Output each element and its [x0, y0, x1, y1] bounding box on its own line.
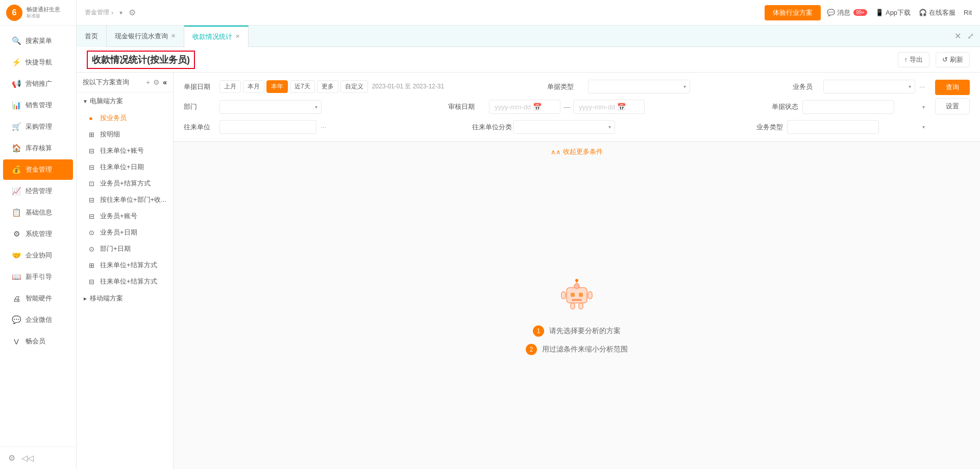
- sidebar-item-sales[interactable]: 📊销售管理: [3, 95, 73, 115]
- scheme-section-title-mobile[interactable]: ►移动端方案: [77, 290, 173, 307]
- scheme-section-desktop: ▼电脑端方案●按业务员⊞按明细⊟往来单位+账号⊟往来单位+日期⊡业务员+结算方式…: [77, 92, 173, 290]
- tab-collection-stats[interactable]: 收款情况统计✕: [184, 26, 249, 47]
- scheme-settings-btn[interactable]: ⚙: [153, 78, 160, 86]
- collapse-bar[interactable]: ∧∧ 收起更多条件: [174, 142, 980, 161]
- svg-rect-2: [579, 293, 583, 297]
- sidebar-item-basic-info[interactable]: 📋基础信息: [3, 202, 73, 223]
- counterpart-type-select[interactable]: [513, 120, 615, 134]
- salesperson-select[interactable]: [823, 80, 915, 93]
- scheme-item-counterpart-settlement1[interactable]: ⊞往来单位+结算方式: [77, 257, 173, 273]
- system-icon: ⚙: [11, 229, 21, 239]
- sidebar-item-member[interactable]: V畅会员: [3, 331, 73, 351]
- sidebar-footer: ⚙ ◁◁: [0, 447, 76, 469]
- date-btn-自定义[interactable]: 自定义: [340, 80, 368, 93]
- trial-industry-btn[interactable]: 体验行业方案: [765, 5, 821, 20]
- scheme-item-salesperson-account[interactable]: ⊟业务员+账号: [77, 208, 173, 224]
- svg-rect-9: [571, 303, 575, 309]
- scheme-item-salesperson-settlement[interactable]: ⊡业务员+结算方式: [77, 175, 173, 192]
- filter-row-2: 部门 ▾ 审核日期 yyyy-mm-dd 📅: [184, 100, 929, 114]
- messages-badge: 99+: [853, 9, 867, 16]
- tab-bar-expand-icon[interactable]: ⤢: [967, 31, 974, 41]
- collapse-sidebar-icon[interactable]: ◁◁: [21, 453, 34, 463]
- empty-step-2: 2 用过滤条件来缩小分析范围: [526, 344, 628, 355]
- quick-nav-label: 快捷导航: [26, 58, 52, 67]
- step-1-text: 请先选择要分析的方案: [549, 326, 621, 336]
- export-btn[interactable]: ↑ 导出: [898, 52, 930, 67]
- audit-date-start[interactable]: yyyy-mm-dd 📅: [489, 100, 560, 114]
- user-profile[interactable]: Rit: [964, 9, 972, 16]
- topbar-settings-icon[interactable]: ⚙: [129, 8, 136, 17]
- tab-close-bank-flow[interactable]: ✕: [171, 33, 176, 39]
- svg-rect-7: [561, 292, 566, 299]
- settings-footer-icon[interactable]: ⚙: [8, 453, 15, 463]
- tab-bank-flow[interactable]: 现金银行流水查询✕: [107, 26, 184, 47]
- refresh-btn[interactable]: ↺ 刷新: [936, 52, 970, 67]
- scheme-item-counterpart-date[interactable]: ⊟往来单位+日期: [77, 159, 173, 175]
- app-download-btn[interactable]: 📱 App下载: [875, 8, 911, 17]
- wechat-label: 企业微信: [26, 315, 52, 324]
- sidebar-item-cooperation[interactable]: 🤝企业协同: [3, 245, 73, 266]
- scheme-item-by-counterpart-dept[interactable]: ⊟按往来单位+部门+收...: [77, 192, 173, 208]
- scheme-item-label-by-salesperson: 按业务员: [100, 113, 127, 123]
- user-name: Rit: [964, 9, 972, 16]
- scheme-item-icon-counterpart-account: ⊟: [89, 147, 97, 155]
- date-btn-本年[interactable]: 本年: [266, 80, 288, 93]
- sidebar-item-wechat[interactable]: 💬企业微信: [3, 310, 73, 330]
- svg-rect-4: [574, 284, 579, 289]
- scheme-item-counterpart-settlement2[interactable]: ⊟往来单位+结算方式: [77, 273, 173, 290]
- scheme-item-by-detail[interactable]: ⊞按明细: [77, 126, 173, 143]
- sidebar-item-smart-hw[interactable]: 🖨智能硬件: [3, 288, 73, 309]
- date-btn-上月[interactable]: 上月: [219, 80, 241, 93]
- online-service-btn[interactable]: 🎧 在线客服: [919, 8, 955, 17]
- scheme-header-text: 按以下方案查询: [83, 78, 143, 87]
- messages-btn[interactable]: 💬 消息 99+: [827, 8, 867, 17]
- tab-close-collection-stats[interactable]: ✕: [235, 33, 240, 40]
- audit-date-end[interactable]: yyyy-mm-dd 📅: [573, 100, 645, 114]
- sidebar-nav: 🔍搜索菜单⚡快捷导航📢营销推广📊销售管理🛒采购管理🏠库存核算💰资金管理📈经营管理…: [0, 26, 76, 447]
- query-btn[interactable]: 查询: [935, 80, 970, 95]
- scheme-item-icon-counterpart-settlement2: ⊟: [89, 278, 97, 286]
- tab-bar-close-icon[interactable]: ✕: [954, 31, 961, 41]
- scheme-section-title-desktop[interactable]: ▼电脑端方案: [77, 92, 173, 110]
- filter-settings-btn[interactable]: 设置: [935, 98, 970, 114]
- dept-select[interactable]: [219, 100, 322, 114]
- scheme-item-by-salesperson[interactable]: ●按业务员: [77, 110, 173, 126]
- sidebar-item-purchase[interactable]: 🛒采购管理: [3, 116, 73, 137]
- salesperson-more[interactable]: ···: [919, 83, 925, 90]
- member-icon: V: [11, 336, 21, 346]
- scheme-item-label-salesperson-date: 业务员+日期: [100, 228, 137, 237]
- sidebar-item-inventory[interactable]: 🏠库存核算: [3, 138, 73, 158]
- scheme-collapse-btn[interactable]: «: [163, 78, 167, 86]
- sidebar-item-system[interactable]: ⚙系统管理: [3, 224, 73, 244]
- date-btn-更多[interactable]: 更多: [317, 80, 338, 93]
- scheme-item-counterpart-account[interactable]: ⊟往来单位+账号: [77, 143, 173, 159]
- sidebar-item-guide[interactable]: 📖新手引导: [3, 267, 73, 287]
- empty-illustration: [556, 272, 597, 313]
- counterpart-input[interactable]: [219, 120, 316, 134]
- counterpart-more[interactable]: ···: [321, 123, 326, 131]
- sidebar-item-finance[interactable]: 💰资金管理: [3, 159, 73, 180]
- counterpart-type-label: 往来单位分类: [472, 123, 513, 132]
- operations-icon: 📈: [11, 186, 21, 196]
- business-type-select[interactable]: [787, 120, 879, 134]
- breadcrumb-dropdown[interactable]: ▾: [119, 9, 122, 16]
- logo-icon: 6: [6, 5, 22, 21]
- tab-home[interactable]: 首页: [77, 26, 107, 47]
- scheme-add-btn[interactable]: +: [146, 78, 150, 86]
- service-icon: 🎧: [919, 9, 927, 16]
- inventory-icon: 🏠: [11, 143, 21, 153]
- doc-status-select[interactable]: [802, 100, 894, 114]
- svg-point-6: [575, 279, 578, 282]
- scheme-item-label-salesperson-account: 业务员+账号: [100, 212, 137, 221]
- sidebar-item-search-menu[interactable]: 🔍搜索菜单: [3, 31, 73, 51]
- date-btn-近7天[interactable]: 近7天: [290, 80, 315, 93]
- sidebar-item-quick-nav[interactable]: ⚡快捷导航: [3, 52, 73, 73]
- doc-type-select[interactable]: [588, 80, 690, 93]
- filter-section: 单据日期 上月本月本年近7天更多自定义 2023-01-01 至 2023-12…: [174, 73, 980, 142]
- sidebar-item-operations[interactable]: 📈经营管理: [3, 181, 73, 201]
- sidebar-item-marketing[interactable]: 📢营销推广: [3, 74, 73, 94]
- scheme-item-salesperson-date[interactable]: ⊙业务员+日期: [77, 224, 173, 241]
- date-btn-本月[interactable]: 本月: [243, 80, 264, 93]
- scheme-item-dept-date[interactable]: ⊙部门+日期: [77, 241, 173, 257]
- counterpart-label: 往来单位: [184, 123, 219, 132]
